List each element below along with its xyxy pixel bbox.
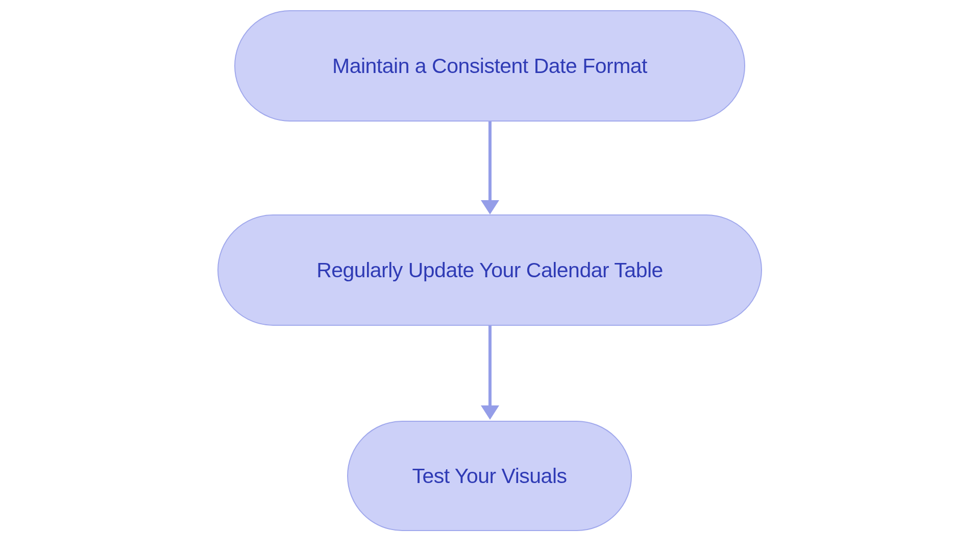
flow-arrow-2-line [488, 326, 492, 406]
flow-node-1: Maintain a Consistent Date Format [234, 10, 745, 122]
flow-arrow-1-line [488, 122, 492, 201]
flow-node-3: Test Your Visuals [347, 421, 632, 531]
diagram-canvas: Maintain a Consistent Date Format Regula… [0, 0, 980, 553]
flow-node-2: Regularly Update Your Calendar Table [217, 214, 762, 326]
flow-arrow-1-head [481, 200, 499, 214]
flow-node-2-label: Regularly Update Your Calendar Table [316, 258, 663, 282]
flow-node-3-label: Test Your Visuals [412, 464, 567, 488]
flow-node-1-label: Maintain a Consistent Date Format [332, 54, 647, 78]
flow-arrow-2-head [481, 405, 499, 420]
